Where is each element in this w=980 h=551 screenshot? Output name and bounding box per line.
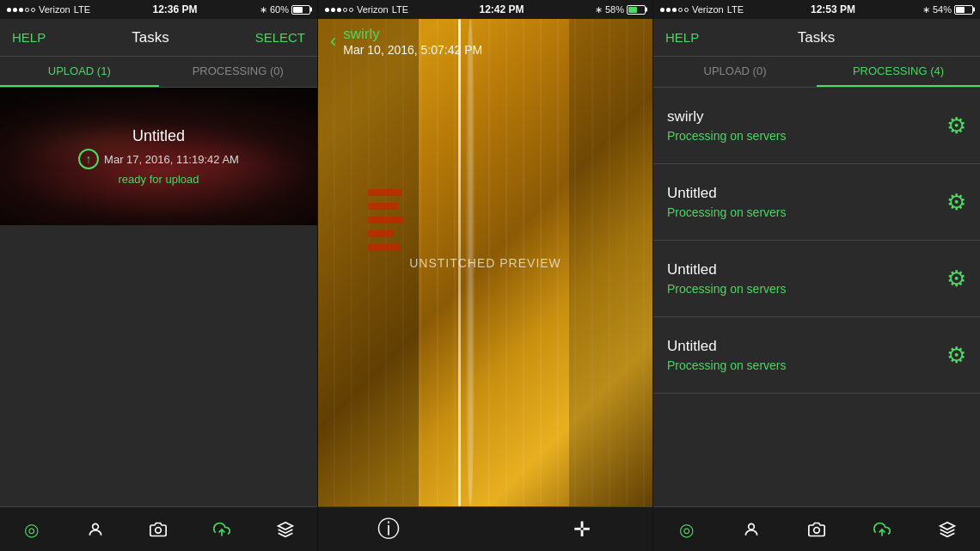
left-nav-select[interactable]: SELECT — [255, 30, 305, 45]
right-upload-icon — [873, 521, 891, 538]
left-battery-pct: 60% — [270, 4, 289, 15]
item-0-subtitle: Processing on servers — [667, 129, 787, 143]
left-tab-processing[interactable]: PROCESSING (0) — [159, 57, 318, 87]
item-1-title: Untitled — [667, 185, 787, 202]
left-signal — [7, 8, 35, 12]
middle-status-right: ∗ 58% — [595, 4, 646, 15]
item-3-title: Untitled — [667, 338, 787, 355]
right-bottom-tab-upload[interactable] — [849, 521, 915, 538]
right-nav-bar: HELP Tasks — [653, 19, 980, 57]
list-item-1[interactable]: Untitled Processing on servers ⚙ — [653, 164, 980, 241]
left-bottom-bar: ◎ — [0, 506, 317, 551]
right-status-bar: Verizon LTE 12:53 PM ∗ 54% — [653, 0, 980, 19]
middle-battery-pct: 58% — [605, 4, 624, 15]
camera-icon — [150, 521, 167, 538]
left-bottom-tab-upload[interactable] — [190, 521, 254, 538]
left-bottom-tab-layers[interactable] — [254, 521, 317, 538]
left-bottom-tab-camera[interactable] — [127, 521, 191, 538]
right-phone-panel: Verizon LTE 12:53 PM ∗ 54% HELP Tasks UP… — [653, 0, 980, 551]
photo-header: ‹ swirly Mar 10, 2016, 5:07:42 PM — [318, 19, 652, 64]
left-bluetooth-icon: ∗ — [260, 4, 267, 15]
right-signal — [660, 8, 689, 12]
left-nav-title: Tasks — [132, 29, 168, 46]
middle-bottom-bar: ⓘ ✛ — [318, 506, 652, 551]
item-1-gear-icon[interactable]: ⚙ — [946, 189, 966, 216]
left-nav-bar: HELP Tasks SELECT — [0, 19, 317, 57]
middle-battery-fill — [628, 7, 637, 13]
right-bluetooth-icon: ∗ — [922, 4, 930, 15]
right-bottom-tab-layers[interactable] — [915, 521, 980, 538]
right-carrier: Verizon — [692, 4, 724, 15]
list-item-3[interactable]: Untitled Processing on servers ⚙ — [653, 317, 980, 394]
unstitched-label: UNSTITCHED PREVIEW — [409, 256, 561, 270]
left-nav-help[interactable]: HELP — [12, 30, 46, 45]
left-phone-panel: Verizon LTE 12:36 PM ∗ 60% HELP Tasks SE… — [0, 0, 318, 551]
middle-photo-view: ‹ swirly Mar 10, 2016, 5:07:42 PM — [318, 19, 652, 506]
svg-point-4 — [749, 523, 755, 530]
right-bottom-tab-person[interactable] — [719, 521, 784, 538]
panorama-item[interactable]: Untitled ↑ Mar 17, 2016, 11:19:42 AM rea… — [0, 88, 317, 225]
list-item-2[interactable]: Untitled Processing on servers ⚙ — [653, 241, 980, 317]
middle-network: LTE — [392, 4, 408, 15]
right-bottom-tab-camera[interactable] — [784, 521, 849, 538]
middle-battery-icon — [627, 5, 646, 15]
left-status-bar: Verizon LTE 12:36 PM ∗ 60% — [0, 0, 317, 19]
right-time: 12:53 PM — [811, 3, 855, 15]
middle-status-left: Verizon LTE — [325, 4, 408, 15]
left-tab-upload[interactable]: UPLOAD (1) — [0, 57, 159, 87]
middle-bluetooth-icon: ∗ — [595, 4, 603, 15]
pano-title: Untitled — [132, 127, 185, 145]
back-arrow-icon[interactable]: ‹ — [330, 32, 336, 51]
left-bottom-tab-dot[interactable]: ◎ — [0, 519, 64, 540]
left-carrier: Verizon — [39, 4, 70, 15]
person-icon — [87, 521, 104, 538]
middle-bottom-move[interactable]: ✛ — [511, 517, 653, 542]
right-nav-help[interactable]: HELP — [665, 30, 699, 45]
middle-carrier: Verizon — [357, 4, 389, 15]
item-2-subtitle: Processing on servers — [667, 282, 787, 296]
left-bottom-tab-person[interactable] — [64, 521, 127, 538]
left-battery-icon — [291, 5, 310, 15]
right-tab-upload[interactable]: UPLOAD (0) — [653, 57, 817, 87]
middle-bottom-info[interactable]: ⓘ — [318, 514, 460, 544]
pano-status: ready for upload — [119, 173, 199, 186]
right-battery-icon — [954, 5, 973, 15]
right-nav-title: Tasks — [798, 29, 835, 46]
right-list: swirly Processing on servers ⚙ Untitled … — [653, 88, 980, 506]
photo-meta: swirly Mar 10, 2016, 5:07:42 PM — [343, 26, 482, 57]
item-3-gear-icon[interactable]: ⚙ — [946, 342, 966, 369]
photo-date: Mar 10, 2016, 5:07:42 PM — [343, 43, 482, 57]
right-network: LTE — [727, 4, 744, 15]
svg-marker-3 — [279, 522, 293, 529]
left-content: Untitled ↑ Mar 17, 2016, 11:19:42 AM rea… — [0, 88, 317, 506]
item-0-title: swirly — [667, 108, 787, 126]
svg-point-1 — [156, 527, 162, 533]
right-battery-fill — [956, 7, 965, 13]
right-status-left: Verizon LTE — [660, 4, 744, 15]
left-tabs: UPLOAD (1) PROCESSING (0) — [0, 57, 317, 88]
pano-date: ↑ Mar 17, 2016, 11:19:42 AM — [78, 149, 239, 169]
svg-point-5 — [814, 527, 820, 533]
svg-marker-7 — [940, 522, 955, 529]
left-network: LTE — [74, 4, 90, 15]
item-2-gear-icon[interactable]: ⚙ — [946, 266, 966, 292]
upload-circle-icon: ↑ — [78, 149, 99, 169]
middle-phone-panel: Verizon LTE 12:42 PM ∗ 58% ‹ swirly Mar … — [318, 0, 653, 551]
item-1-subtitle: Processing on servers — [667, 205, 787, 219]
panorama-overlay: Untitled ↑ Mar 17, 2016, 11:19:42 AM rea… — [0, 88, 317, 225]
right-bottom-tab-dot[interactable]: ◎ — [653, 519, 719, 540]
right-tab-processing[interactable]: PROCESSING (4) — [817, 57, 980, 87]
right-battery-pct: 54% — [933, 4, 952, 15]
svg-point-0 — [92, 523, 98, 530]
right-tabs: UPLOAD (0) PROCESSING (4) — [653, 57, 980, 88]
left-status-right: ∗ 60% — [260, 4, 310, 15]
right-status-right: ∗ 54% — [922, 4, 973, 15]
list-item-0[interactable]: swirly Processing on servers ⚙ — [653, 88, 980, 164]
left-battery-fill — [293, 7, 303, 13]
right-camera-icon — [808, 521, 825, 538]
photo-name: swirly — [343, 26, 482, 43]
layers-icon — [277, 521, 294, 538]
middle-time: 12:42 PM — [480, 3, 524, 15]
item-0-gear-icon[interactable]: ⚙ — [946, 113, 966, 139]
item-2-title: Untitled — [667, 261, 787, 279]
